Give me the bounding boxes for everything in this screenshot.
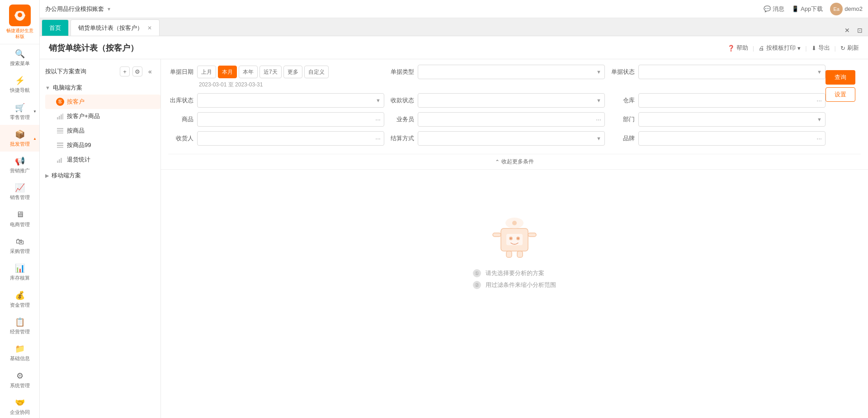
sidebar-item-system[interactable]: ⚙ 系统管理 [0,366,39,393]
scheme-item-label: 按客户+商品 [67,112,155,120]
query-button[interactable]: 查询 [826,70,855,85]
brand-dots-icon[interactable]: ··· [816,135,822,142]
tab-close-button[interactable]: ✕ [843,25,852,36]
sidebar-item-inventory[interactable]: 📊 库存核算 [0,259,39,285]
consignee-label: 收货人 [168,134,193,142]
status-select[interactable] [638,65,826,79]
settlement-select[interactable] [418,131,605,146]
settings-scheme-button[interactable]: ⚙ [132,66,142,76]
date-btn-last-month[interactable]: 上月 [197,66,216,78]
svg-point-0 [18,13,22,17]
goods-input[interactable] [197,112,384,127]
message-button[interactable]: 💬 消息 [764,5,784,13]
sidebar-item-label: 企业协同 [10,409,30,415]
divider3: | [835,45,836,52]
sidebar-item-collab[interactable]: 🤝 企业协同 [0,393,39,418]
date-range-display: 2023-03-01 至 2023-03-31 [199,81,826,89]
right-area: 单据日期 上月 本月 本年 近7天 更多 自定义 [161,59,868,418]
salesman-input-wrapper: ··· [418,112,605,127]
sidebar-item-operations[interactable]: 📋 经营管理 [0,313,39,339]
goods-label: 商品 [168,115,193,124]
warehouse-label: 仓库 [609,96,635,104]
salesman-dots-icon[interactable]: ··· [596,116,601,123]
tab-home[interactable]: 首页 [42,19,69,36]
user-name: demo2 [844,5,863,12]
scheme-group-mobile-header[interactable]: ▶ 移动端方案 [40,169,160,182]
date-btn-this-year[interactable]: 本年 [239,66,258,78]
filter-cell-consignee: 收货人 ··· [168,131,384,146]
main-area: 办公用品行业模拟账套 ▾ 💬 消息 📱 App下载 Ea demo2 首页 [40,0,868,418]
sidebar-item-wholesale[interactable]: 📦 批发管理 [0,125,39,152]
content-body: 按以下方案查询 + ⚙ « ▼ 电脑端方案 客 [40,59,868,418]
help-button[interactable]: ❓ 帮助 [727,44,748,52]
consignee-input[interactable] [197,131,384,146]
retail-icon: 🛒 [15,103,25,113]
payment-select[interactable] [418,93,605,108]
collapse-scheme-button[interactable]: « [145,66,155,76]
svg-rect-4 [62,114,63,119]
sidebar-item-search[interactable]: 🔍 搜索菜单 [0,44,39,71]
app-download-button[interactable]: 📱 App下载 [792,5,823,13]
scheme-group-pc-header[interactable]: ▼ 电脑端方案 [40,81,160,95]
export-button[interactable]: ⬇ 导出 [811,44,830,52]
dept-select[interactable] [638,112,826,127]
setting-button[interactable]: 设置 [826,87,855,102]
goods-dots-icon[interactable]: ··· [375,116,381,123]
collab-icon: 🤝 [15,398,25,408]
warehouse-input-wrapper: ··· [638,93,826,108]
date-btn-this-month[interactable]: 本月 [218,66,237,78]
svg-rect-12 [59,159,60,163]
collapse-button[interactable]: ⌃ 收起更多条件 [495,158,534,166]
sidebar-item-finance[interactable]: 💰 资金管理 [0,286,39,313]
svg-rect-2 [59,116,60,119]
filter-row-3: 商品 ··· 业务员 [168,112,826,127]
inventory-icon: 📊 [15,263,25,273]
scheme-item-by-goods[interactable]: 按商品 [45,124,160,138]
type-select[interactable] [418,65,605,79]
sidebar-item-ecommerce[interactable]: 🖥 电商管理 [0,205,39,232]
date-btn-7days[interactable]: 近7天 [259,66,282,78]
sidebar-item-basics[interactable]: 📁 基础信息 [0,339,39,366]
delivery-select[interactable] [197,93,384,108]
warehouse-input[interactable] [638,93,826,108]
tab-restore-button[interactable]: ⊡ [855,25,864,36]
scheme-item-by-customer-goods[interactable]: 按客户+商品 [45,109,160,124]
scheme-item-label: 退货统计 [67,156,155,164]
app-logo-icon[interactable] [9,5,31,26]
sidebar-item-retail[interactable]: 🛒 零售管理 [0,98,39,125]
svg-rect-15 [506,234,523,245]
tab-close-icon[interactable]: ✕ [147,25,152,31]
date-btn-more[interactable]: 更多 [283,66,302,78]
tab-sales-stat[interactable]: 销货单统计表（按客户） ✕ [71,19,160,36]
consignee-dots-icon[interactable]: ··· [375,135,381,142]
template-print-button[interactable]: 🖨 按模板打印 ▾ [759,44,801,52]
sidebar-item-label: 零售管理 [10,114,30,120]
scheme-item-returns[interactable]: 退货统计 [45,152,160,167]
export-icon: ⬇ [811,45,816,52]
salesman-input[interactable] [418,112,605,127]
refresh-button[interactable]: ↻ 刷新 [840,44,859,52]
sidebar-item-quicknav[interactable]: ⚡ 快捷导航 [0,71,39,98]
filter-row-2: 出库状态 ▼ 收款状态 [168,93,826,108]
user-profile-button[interactable]: Ea demo2 [830,3,863,15]
tip-num-1: ① [473,269,481,277]
brand-input[interactable] [638,131,826,146]
add-scheme-button[interactable]: + [120,66,130,76]
sidebar-item-label: 批发管理 [10,141,30,147]
scheme-item-by-goods99[interactable]: 按商品99 [45,138,160,152]
sidebar-item-label: 销售管理 [10,194,30,200]
scheme-item-by-customer[interactable]: 客 按客户 [45,95,160,109]
scheme-panel-header: 按以下方案查询 + ⚙ « [40,64,160,79]
svg-rect-9 [57,145,63,146]
scheme-customer-goods-icon [56,112,64,120]
title-dropdown-icon[interactable]: ▾ [108,6,110,12]
sidebar-item-purchase[interactable]: 🛍 采购管理 [0,232,39,259]
svg-point-18 [510,238,512,239]
marketing-icon: 📢 [15,156,25,166]
sidebar-item-sales[interactable]: 📈 销售管理 [0,178,39,205]
date-btn-custom[interactable]: 自定义 [304,66,329,78]
sidebar-item-marketing[interactable]: 📢 营销推广 [0,152,39,178]
goods-input-wrapper: ··· [197,112,384,127]
warehouse-dots-icon[interactable]: ··· [816,97,822,104]
header-left: 办公用品行业模拟账套 ▾ [45,5,110,13]
